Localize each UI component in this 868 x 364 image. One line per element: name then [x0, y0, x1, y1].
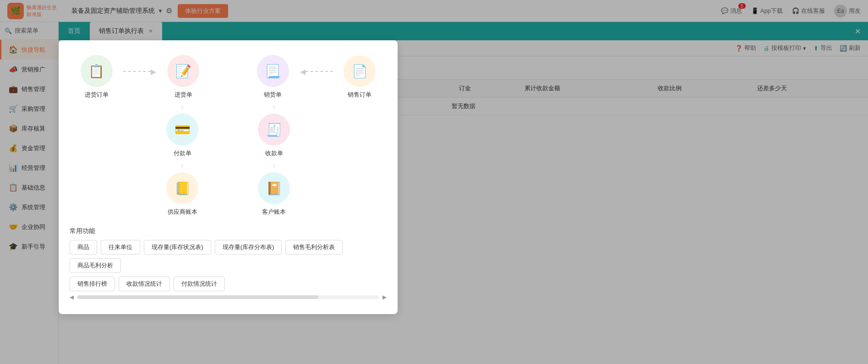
supplier-ledger-circle: 📒: [166, 172, 198, 204]
flow-node-sales-receipt[interactable]: 📃 销货单: [246, 55, 300, 99]
scroll-thumb: [77, 295, 318, 299]
quick-nav-popup: 📋 进货订单 ▶ 📝 进货单 📃: [59, 40, 398, 314]
flow-row-1: 📋 进货订单 ▶ 📝 进货单 📃: [70, 51, 387, 103]
customer-ledger-icon: 📔: [266, 181, 282, 196]
flow-node-sales-order[interactable]: 📄 销售订单: [333, 55, 387, 99]
common-section-title: 常用功能: [70, 227, 387, 235]
common-btn-product[interactable]: 商品: [70, 240, 97, 255]
common-btn-product-gross[interactable]: 商品毛利分析: [70, 258, 121, 273]
flow-arrows-row2: ↓ ↓: [70, 103, 387, 110]
flow-node-purchase-receipt[interactable]: 📝 进货单: [156, 55, 210, 99]
flow-node-purchase-order[interactable]: 📋 进货订单: [70, 55, 123, 99]
receipt-circle: 🧾: [258, 114, 290, 146]
popup-overlay[interactable]: 📋 进货订单 ▶ 📝 进货单 📃: [0, 0, 868, 364]
purchase-receipt-icon: 📝: [175, 64, 191, 79]
scroll-hint: ◀ ▶: [70, 291, 387, 303]
common-functions-section: 常用功能 商品 往来单位 现存量(库存状况表) 现存量(库存分布表) 销售毛利分…: [70, 227, 387, 291]
supplier-ledger-icon: 📒: [175, 181, 191, 196]
scroll-track: [77, 295, 379, 299]
receipt-icon: 🧾: [266, 122, 282, 137]
purchase-receipt-circle: 📝: [167, 55, 199, 87]
flow-node-supplier-ledger[interactable]: 📒 供应商账本: [155, 172, 210, 216]
common-btn-collection-stats[interactable]: 收款情况统计: [119, 277, 170, 291]
common-btn-stock-status[interactable]: 现存量(库存状况表): [144, 240, 211, 255]
scroll-left-icon[interactable]: ◀: [70, 294, 74, 300]
sales-order-circle: 📄: [344, 55, 376, 87]
common-buttons-row2: 销售排行榜 收款情况统计 付款情况统计: [70, 277, 387, 291]
customer-ledger-circle: 📔: [258, 172, 290, 204]
flow-row-3: 📒 供应商账本 📔 客户账本: [70, 168, 387, 220]
common-btn-partner[interactable]: 往来单位: [101, 240, 140, 255]
flow-node-payment[interactable]: 💳 付款单: [155, 114, 210, 158]
purchase-order-circle: 📋: [81, 55, 113, 87]
payment-icon: 💳: [175, 122, 191, 137]
flow-arrows-row3: ↓ ↓: [70, 161, 387, 168]
sales-receipt-circle: 📃: [257, 55, 289, 87]
common-btn-payment-stats[interactable]: 付款情况统计: [174, 277, 225, 291]
sales-order-icon: 📄: [352, 64, 368, 79]
common-btn-stock-dist[interactable]: 现存量(库存分布表): [215, 240, 282, 255]
purchase-order-icon: 📋: [88, 64, 104, 79]
flow-row-2: 💳 付款单 🧾 收款单: [70, 110, 387, 161]
sales-receipt-icon: 📃: [265, 64, 281, 79]
flow-node-customer-ledger[interactable]: 📔 客户账本: [246, 172, 301, 216]
payment-circle: 💳: [166, 114, 198, 146]
flow-diagram: 📋 进货订单 ▶ 📝 进货单 📃: [70, 51, 387, 220]
common-btn-sales-gross[interactable]: 销售毛利分析表: [285, 240, 343, 255]
common-buttons-container: 商品 往来单位 现存量(库存状况表) 现存量(库存分布表) 销售毛利分析表 商品…: [70, 240, 387, 273]
common-btn-sales-rank[interactable]: 销售排行榜: [70, 277, 115, 291]
scroll-right-icon[interactable]: ▶: [382, 294, 387, 300]
flow-node-receipt[interactable]: 🧾 收款单: [246, 114, 301, 158]
